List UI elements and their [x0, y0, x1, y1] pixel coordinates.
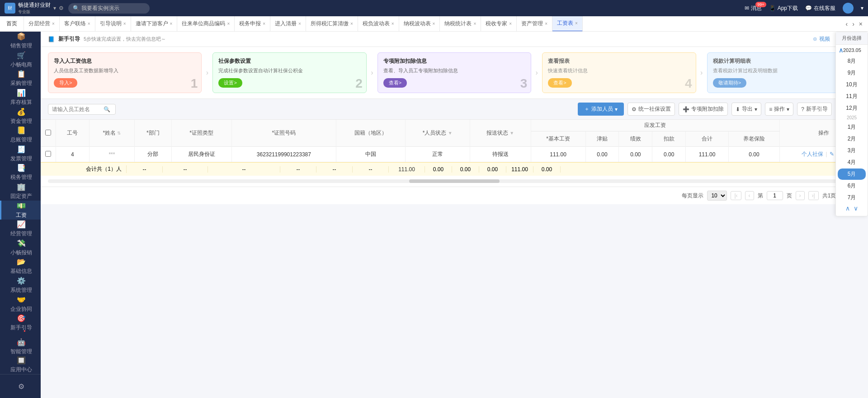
per-page-select[interactable]: 10 20 50	[707, 191, 727, 201]
sidebar-item-工资[interactable]: 💵 工资	[0, 201, 41, 220]
month-item-1[interactable]: 1月	[838, 122, 866, 133]
sidebar-item-新手引导[interactable]: 🎯 新手引导	[0, 314, 41, 332]
month-item-12[interactable]: 12月	[838, 103, 866, 114]
month-item-3[interactable]: 3月	[838, 145, 866, 156]
sidebar-item-小畅报销[interactable]: 💸 小畅报销	[0, 239, 41, 258]
tab-close-进入清册[interactable]: ×	[298, 21, 301, 26]
edit-link[interactable]: ✎	[830, 151, 834, 157]
message-button[interactable]: ✉ 消息 99+	[745, 5, 762, 12]
dropdown-icon[interactable]: ▾	[53, 5, 56, 11]
sidebar-item-基础信息[interactable]: 📂 基础信息	[0, 257, 41, 276]
search-wrap[interactable]: 🔍	[48, 104, 116, 115]
tab-home[interactable]: 首页	[0, 16, 24, 32]
row-checkbox[interactable]	[45, 151, 51, 157]
tab-邀请下游客户[interactable]: 邀请下游客户 ×	[131, 16, 178, 32]
month-item-11[interactable]: 11月	[838, 91, 866, 102]
tab-税负波动表[interactable]: 税负波动表 ×	[358, 16, 399, 32]
tab-进入清册[interactable]: 进入清册 ×	[270, 16, 306, 32]
page-prev-btn[interactable]: ‹	[745, 191, 754, 200]
tab-往来单位商品编码[interactable]: 往来单位商品编码 ×	[177, 16, 235, 32]
sidebar-item-采购管理[interactable]: 📋 采购管理	[0, 69, 41, 88]
month-item-9[interactable]: 9月	[838, 67, 866, 79]
sidebar-item-资金管理[interactable]: 💰 资金管理	[0, 107, 41, 126]
tab-close-税务申报[interactable]: ×	[263, 21, 265, 26]
horizontal-scrollbar[interactable]	[41, 176, 868, 187]
sidebar-item-总账管理[interactable]: 📒 总账管理	[0, 126, 41, 145]
month-scroll-down[interactable]: ∨	[854, 205, 858, 211]
avatar[interactable]	[843, 3, 854, 14]
page-first-btn[interactable]: |‹	[731, 191, 741, 200]
month-year-up[interactable]: ∧	[839, 47, 843, 54]
step-5-btn[interactable]: 敬请期待>	[713, 78, 746, 88]
sidebar-item-发票管理[interactable]: 🧾 发票管理	[0, 145, 41, 164]
add-person-button[interactable]: ＋ 添加人员 ▾	[578, 103, 624, 116]
month-item-5[interactable]: 5月	[838, 169, 866, 180]
tab-close-往来单位[interactable]: ×	[227, 21, 230, 26]
step-1-btn[interactable]: 导入>	[54, 78, 77, 88]
video-link[interactable]: ⊙ 视频	[813, 35, 830, 43]
guide-btn[interactable]: ? 新手引导	[797, 103, 832, 116]
step-3-btn[interactable]: 查看>	[383, 78, 407, 88]
special-deduction-btn[interactable]: ➕ 专项附加扣除	[679, 103, 728, 116]
step-4-btn[interactable]: 查看>	[548, 78, 571, 88]
tab-税务申报[interactable]: 税务申报 ×	[235, 16, 270, 32]
tab-税收专家[interactable]: 税收专家 ×	[481, 16, 517, 32]
search-submit-icon[interactable]: 🔍	[104, 106, 110, 112]
tab-close-分层经营[interactable]: ×	[52, 21, 55, 26]
sidebar-item-企业协同[interactable]: 🤝 企业协同	[0, 295, 41, 314]
tab-close-邀请下游客户[interactable]: ×	[170, 21, 173, 26]
tab-nav-right[interactable]: ›	[850, 19, 856, 28]
online-service-button[interactable]: 💬 在线客服	[805, 5, 835, 12]
tab-close-纳税统计[interactable]: ×	[473, 21, 476, 26]
settings-icon[interactable]: ⚙	[59, 5, 64, 11]
month-item-8[interactable]: 8月	[838, 56, 866, 67]
tab-nav-close-all[interactable]: ×	[857, 19, 864, 28]
month-item-6[interactable]: 6月	[838, 180, 866, 192]
tab-客户联络[interactable]: 客户联络 ×	[60, 16, 95, 32]
month-item-2[interactable]: 2月	[838, 133, 866, 145]
filter-report-icon[interactable]: ▼	[509, 131, 514, 136]
sidebar-item-税务管理[interactable]: 📑 税务管理	[0, 163, 41, 182]
month-item-10[interactable]: 10月	[838, 79, 866, 90]
month-item-4[interactable]: 4月	[838, 157, 866, 168]
select-all-checkbox[interactable]	[45, 130, 51, 136]
page-next-btn[interactable]: ›	[796, 191, 805, 200]
filter-status-icon[interactable]: ▼	[448, 131, 453, 136]
tab-close-税收专家[interactable]: ×	[509, 21, 512, 26]
sidebar-item-小畅电商[interactable]: 🛒 小畅电商	[0, 51, 41, 70]
personal-insurance-link[interactable]: 个人社保	[802, 151, 823, 157]
tab-close-客户联络[interactable]: ×	[88, 21, 90, 26]
tab-纳税波动表[interactable]: 纳税波动表 ×	[399, 16, 440, 32]
sidebar-item-固定资产[interactable]: 🏢 固定资产	[0, 182, 41, 201]
social-insurance-btn[interactable]: ⚙ 统一社保设置	[627, 103, 675, 116]
sidebar-item-库存核算[interactable]: 📊 库存核算	[0, 88, 41, 107]
month-item-7[interactable]: 7月	[838, 192, 866, 203]
sidebar-item-智能管理[interactable]: ● 🤖 智能管理	[0, 332, 41, 356]
tab-close-税负[interactable]: ×	[392, 21, 394, 26]
tab-所得税汇算清缴[interactable]: 所得税汇算清缴 ×	[306, 16, 358, 32]
tab-close-所得税[interactable]: ×	[350, 21, 353, 26]
operation-btn[interactable]: ≡ 操作 ▾	[765, 103, 793, 116]
tab-引导说明[interactable]: 引导说明 ×	[95, 16, 131, 32]
month-scroll-up[interactable]: ∧	[845, 205, 850, 211]
tab-分层经营[interactable]: 分层经营 ×	[24, 16, 60, 32]
tab-纳税统计表[interactable]: 纳税统计表 ×	[440, 16, 481, 32]
tab-close-引导说明[interactable]: ×	[123, 21, 126, 26]
export-btn[interactable]: ⬇ 导出 ▾	[731, 103, 761, 116]
sidebar-item-经营管理[interactable]: 📈 经营管理	[0, 220, 41, 239]
app-download-button[interactable]: 📱 App下载	[769, 5, 798, 12]
page-input[interactable]	[767, 191, 783, 200]
tab-close-工资表[interactable]: ×	[575, 21, 578, 26]
sidebar-item-settings[interactable]: ⚙	[0, 375, 41, 398]
user-arrow-icon[interactable]: ▾	[861, 5, 863, 11]
tab-close-资产管理[interactable]: ×	[545, 21, 547, 26]
top-search[interactable]: 🔍 我要看实例演示	[68, 3, 150, 14]
sidebar-item-系统管理[interactable]: ⚙️ 系统管理	[0, 276, 41, 295]
search-input[interactable]	[52, 106, 102, 112]
sort-name-icon[interactable]: ⇅	[117, 131, 121, 136]
page-last-btn[interactable]: ›|	[808, 191, 819, 200]
sidebar-item-应用中心[interactable]: 🔲 应用中心	[0, 356, 41, 375]
tab-nav-left[interactable]: ‹	[844, 19, 849, 28]
tab-资产管理[interactable]: 资产管理 ×	[517, 16, 552, 32]
tab-close-纳税波动[interactable]: ×	[433, 21, 435, 26]
